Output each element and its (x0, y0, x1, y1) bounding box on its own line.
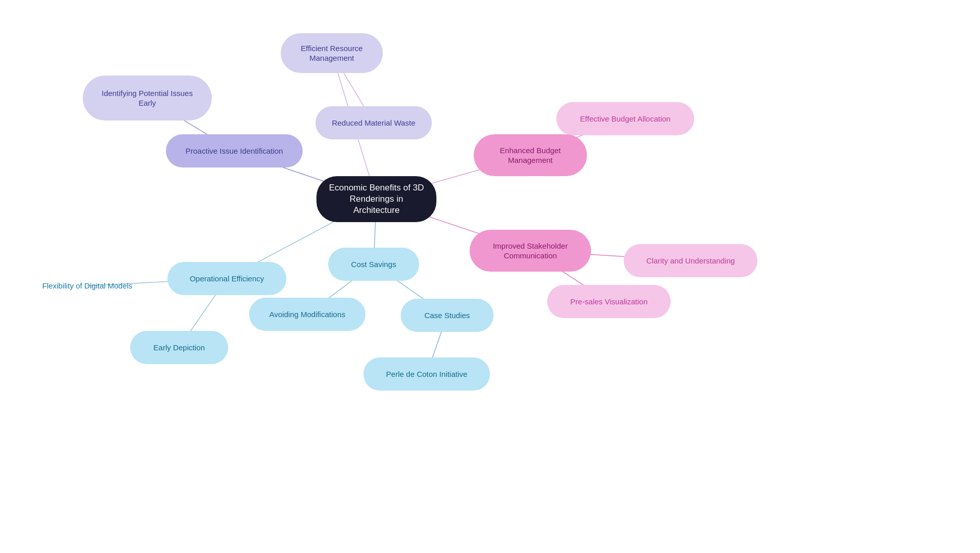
mindmap-container: Economic Benefits of 3D Renderings in Ar… (0, 0, 980, 553)
improved-stakeholder-node: Improved Stakeholder Communication (470, 230, 591, 272)
pre-sales-label: Pre-sales Visualization (570, 297, 647, 307)
reduced-material-node: Reduced Material Waste (315, 106, 432, 139)
efficient-resource-node: Efficient Resource Management (281, 33, 383, 73)
identifying-potential-node: Identifying Potential Issues Early (83, 76, 212, 121)
case-studies-label: Case Studies (424, 310, 470, 321)
pre-sales-node: Pre-sales Visualization (547, 285, 671, 318)
perle-de-coton-label: Perle de Coton Initiative (386, 369, 467, 379)
operational-efficiency-label: Operational Efficiency (190, 274, 264, 284)
improved-stakeholder-label: Improved Stakeholder Communication (493, 241, 568, 261)
center-label: Economic Benefits of 3D Renderings in Ar… (328, 182, 425, 216)
center-node: Economic Benefits of 3D Renderings in Ar… (316, 176, 436, 222)
effective-budget-label: Effective Budget Allocation (580, 114, 670, 124)
avoiding-modifications-node: Avoiding Modifications (249, 298, 365, 331)
early-depiction-label: Early Depiction (154, 343, 205, 353)
perle-de-coton-node: Perle de Coton Initiative (363, 357, 490, 391)
proactive-issue-node: Proactive Issue Identification (166, 134, 303, 167)
flexibility-digital-label: Flexibility of Digital Models (42, 281, 133, 291)
identifying-potential-label: Identifying Potential Issues Early (102, 88, 192, 108)
case-studies-node: Case Studies (401, 299, 494, 332)
enhanced-budget-label: Enhanced Budget Management (500, 146, 560, 165)
cost-savings-node: Cost Savings (328, 248, 419, 281)
operational-efficiency-node: Operational Efficiency (167, 262, 286, 295)
clarity-understanding-label: Clarity and Understanding (646, 256, 734, 266)
cost-savings-label: Cost Savings (351, 259, 396, 270)
clarity-understanding-node: Clarity and Understanding (624, 244, 757, 277)
enhanced-budget-node: Enhanced Budget Management (474, 134, 587, 176)
effective-budget-node: Effective Budget Allocation (556, 102, 694, 135)
avoiding-modifications-label: Avoiding Modifications (270, 309, 346, 320)
flexibility-digital-node: Flexibility of Digital Models (21, 269, 153, 302)
reduced-material-label: Reduced Material Waste (332, 118, 415, 128)
early-depiction-node: Early Depiction (130, 331, 228, 364)
efficient-resource-label: Efficient Resource Management (301, 43, 362, 63)
proactive-issue-label: Proactive Issue Identification (186, 146, 283, 156)
